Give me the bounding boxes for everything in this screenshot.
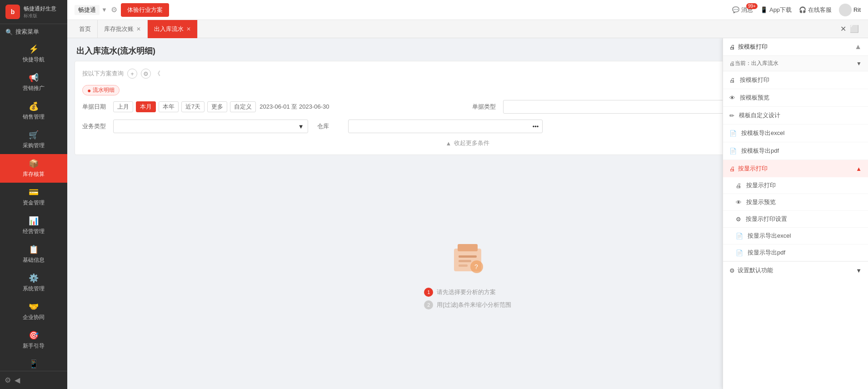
sidebar-item-system[interactable]: ⚙️ 系统管理 [0, 269, 67, 297]
rp-sub-display-preview[interactable]: 👁 按显示预览 [723, 194, 868, 211]
date-more-btn[interactable]: 更多 [207, 101, 227, 112]
rp-current-item: 🖨 当前：出入库流水 ▼ [723, 56, 868, 71]
rp-item-label: 按模板导出pdf [741, 147, 779, 155]
rp-sub-display-pdf[interactable]: 📄 按显示导出pdf [723, 244, 868, 261]
message-button[interactable]: 💬 消息 99+ [732, 6, 753, 14]
date-this-year-btn[interactable]: 本年 [159, 101, 179, 112]
sidebar-item-basic[interactable]: 📋 基础信息 [0, 240, 67, 269]
svg-rect-1 [458, 244, 478, 251]
sidebar-item-newbie[interactable]: 🎯 新手引导 [0, 326, 67, 354]
filter-doctype-label: 单据类型 [472, 103, 499, 111]
sidebar-item-cooperation[interactable]: 🤝 企业协同 [0, 297, 67, 326]
rp-sub-display-settings[interactable]: ⚙ 按显示打印设置 [723, 211, 868, 228]
basic-icon: 📋 [29, 244, 39, 254]
sidebar-item-label: 快捷导航 [23, 56, 45, 64]
tab-home[interactable]: 首页 [73, 20, 98, 38]
maximize-icon[interactable]: ⬜ [850, 25, 859, 33]
tab-batch-account-label: 库存批次账 [104, 25, 134, 33]
topbar-right: 💬 消息 99+ 📱 App下载 🎧 在线客服 Rit [732, 4, 861, 16]
rp-title: 🖨 按模板打印 [729, 43, 768, 51]
service-icon: 🎧 [799, 6, 806, 13]
app-download-button[interactable]: 📱 App下载 [760, 6, 792, 14]
tab-batch-account-close[interactable]: ✕ [136, 26, 141, 32]
settings-bottom-icon[interactable]: ⚙ [5, 376, 11, 384]
filter-warehouse-label: 仓库 [317, 122, 344, 130]
sidebar-item-purchase[interactable]: 🛒 采购管理 [0, 125, 67, 154]
sidebar-item-label: 企业协同 [23, 314, 45, 321]
filter-field-warehouse: 仓库 ••• [317, 120, 543, 133]
date-range-text: 2023-06-01 至 2023-06-30 [259, 103, 329, 111]
rp-current-arrow: ▼ [856, 60, 862, 67]
rp-current-label: 当前：出入库流水 [735, 60, 778, 67]
rp-item-template-preview[interactable]: 👁 按模板预览 [723, 89, 868, 107]
filter-add-button[interactable]: + [127, 69, 137, 79]
rp-sub-display-print[interactable]: 🖨 按显示打印 [723, 177, 868, 194]
user-menu-button[interactable]: Rit [839, 4, 861, 16]
sidebar-item-label: 采购管理 [23, 142, 45, 150]
date-quick-buttons: 上月 本月 本年 近7天 更多 自定义 [113, 101, 256, 112]
date-custom-btn[interactable]: 自定义 [230, 101, 256, 112]
sidebar-item-app-center[interactable]: 📱 应用中心 [0, 354, 67, 371]
rp-item-template-print[interactable]: 🖨 按模板打印 [723, 71, 868, 89]
app-center-icon: 📱 [29, 359, 39, 369]
sidebar-item-label: 基础信息 [23, 256, 45, 264]
sidebar-item-operation[interactable]: 📊 经营管理 [0, 211, 67, 240]
service-label: 在线客服 [808, 6, 832, 14]
rp-sub-preview-icon: 👁 [736, 199, 742, 206]
system-icon: ⚙️ [29, 273, 39, 283]
rp-item-label: 模板自定义设计 [739, 111, 780, 120]
message-badge: 99+ [746, 3, 758, 9]
sidebar-item-sales[interactable]: 💰 销售管理 [0, 97, 67, 125]
empty-steps: 1 请先选择要分析的方案 2 用[过滤]条件来缩小分析范围 [424, 288, 511, 309]
warehouse-more-icon: ••• [533, 123, 539, 130]
svg-text:?: ? [474, 263, 478, 270]
rp-item-template-export-excel[interactable]: 📄 按模板导出excel [723, 125, 868, 142]
rp-sub-item-label: 按显示导出excel [748, 232, 791, 240]
user-avatar [839, 4, 852, 16]
page-wrapper: 出入库流水(流水明细) 🖨 按模板打印 ▲ 📤 导出 🔄 刷新 [67, 38, 868, 389]
rp-item-template-design[interactable]: ✏ 模板自定义设计 [723, 107, 868, 125]
sidebar-item-marketing[interactable]: 📢 营销推广 [0, 68, 67, 97]
date-last-month-btn[interactable]: 上月 [113, 101, 133, 112]
tab-flow-close[interactable]: ✕ [186, 26, 191, 32]
topbar-settings-icon[interactable]: ⚙ [111, 5, 117, 14]
filter-settings-button[interactable]: ⚙ [141, 69, 151, 79]
filter-field-biz-type: 业务类型 ▼ [82, 120, 308, 133]
filter-tag-icon: ● [87, 87, 91, 94]
sidebar-logo: b 畅捷通好生意 标准版 [0, 0, 67, 24]
step-2-text: 用[过滤]条件来缩小分析范围 [437, 301, 511, 309]
topbar-left: 畅捷通 ▼ ⚙ 体验行业方案 [75, 3, 727, 17]
online-service-button[interactable]: 🎧 在线客服 [799, 6, 832, 14]
collapse-sidebar-button[interactable]: ◀ [15, 376, 20, 384]
empty-step-1: 1 请先选择要分析的方案 [424, 288, 511, 297]
filter-collapse-button[interactable]: 《 [155, 70, 160, 78]
date-this-month-btn[interactable]: 本月 [136, 101, 156, 112]
newbie-icon: 🎯 [29, 330, 39, 340]
biz-type-select[interactable]: ▼ [113, 120, 308, 133]
rp-footer[interactable]: ⚙ 设置默认功能 ▼ [723, 261, 868, 279]
tab-flow[interactable]: 出入库流水 ✕ [148, 20, 198, 38]
search-menu-button[interactable]: 🔍 搜索菜单 [0, 24, 67, 40]
rp-pdf-icon: 📄 [729, 148, 737, 155]
warehouse-select[interactable]: ••• [348, 120, 543, 133]
rp-section-label: 按显示打印 [738, 165, 768, 173]
rp-sub-excel-icon: 📄 [736, 233, 743, 239]
tab-batch-account[interactable]: 库存批次账 ✕ [98, 20, 148, 38]
sidebar-item-finance[interactable]: 💳 资金管理 [0, 183, 67, 211]
rp-item-template-export-pdf[interactable]: 📄 按模板导出pdf [723, 142, 868, 160]
date-last-7days-btn[interactable]: 近7天 [181, 101, 205, 112]
filter-field-date: 单据日期 上月 本月 本年 近7天 更多 自定义 2023-06-01 至 20… [82, 101, 463, 112]
rp-item-label: 按模板打印 [740, 76, 769, 84]
trial-button[interactable]: 体验行业方案 [121, 3, 169, 17]
rp-display-section-header[interactable]: 🖨 按显示打印 ▲ [723, 160, 868, 177]
app-label: App下载 [769, 6, 792, 14]
search-icon: 🔍 [5, 29, 13, 35]
account-selector[interactable]: 畅捷通 ▼ [75, 5, 107, 15]
sidebar-item-quick-nav[interactable]: ⚡ 快捷导航 [0, 40, 67, 68]
inventory-icon: 📦 [29, 159, 39, 169]
rp-up-icon[interactable]: ▲ [854, 43, 862, 51]
rp-sub-display-excel[interactable]: 📄 按显示导出excel [723, 228, 868, 244]
close-tab-icon[interactable]: ✕ [840, 25, 846, 33]
main-content: 畅捷通 ▼ ⚙ 体验行业方案 💬 消息 99+ 📱 App下载 🎧 在线客服 [67, 0, 868, 389]
sidebar-item-inventory[interactable]: 📦 库存核算 [0, 154, 67, 183]
